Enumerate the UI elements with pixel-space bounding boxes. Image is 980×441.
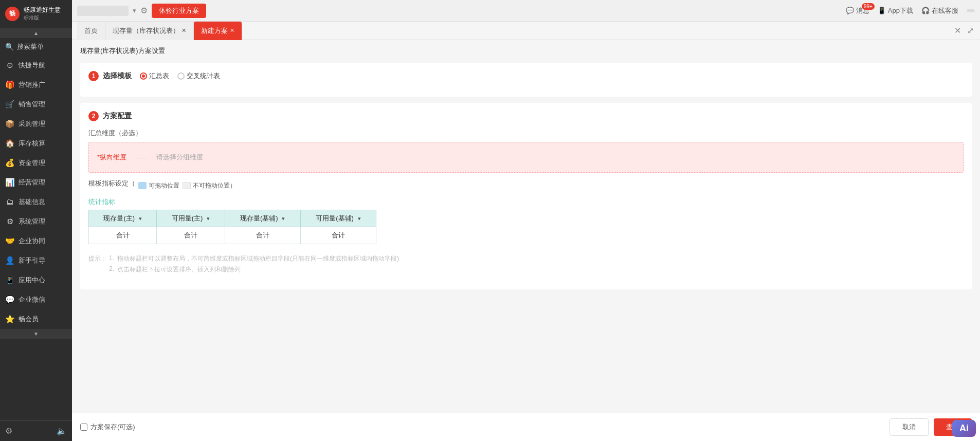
td-3: 合计 xyxy=(300,227,376,244)
vertical-dim-required: *纵向维度 xyxy=(97,153,126,162)
sidebar-footer: ⚙ 🔈 xyxy=(0,420,72,441)
topbar: ▾ ⚙ 体验行业方案 💬 消息 99+ 📱 App下载 🎧 在线客服 xyxy=(72,0,980,22)
sidebar-item-xitong[interactable]: ⚙ 系统管理 xyxy=(0,212,72,231)
yingxiao-icon: 🎁 xyxy=(5,80,14,89)
stats-table: 现存量(主) ▾ 可用量(主) ▾ 现存量(基辅) ▾ 可用量(基辅) xyxy=(88,210,376,244)
th-3-label: 可用量(基辅) xyxy=(316,214,354,222)
tab-new-scheme[interactable]: 新建方案 ✕ xyxy=(194,22,242,40)
sidebar-label-kucun: 库存核算 xyxy=(19,139,45,148)
tab-home[interactable]: 首页 xyxy=(77,22,105,40)
radio-cross-circle xyxy=(177,72,185,80)
sidebar-label-jingying: 经营管理 xyxy=(19,178,45,187)
vertical-dim-placeholder: 请选择分组维度 xyxy=(156,153,203,162)
th-0[interactable]: 现存量(主) ▾ xyxy=(89,210,157,227)
message-badge: 99+ xyxy=(862,3,875,10)
qiye-icon: 🤝 xyxy=(5,236,14,246)
xitong-icon: ⚙ xyxy=(5,217,14,226)
th-2[interactable]: 现存量(基辅) ▾ xyxy=(225,210,300,227)
sidebar-label-xiaoshou: 销售管理 xyxy=(19,100,45,109)
indicator-settings-row: 模板指标设定（ 可拖动位置 不可拖动位置） xyxy=(88,179,964,192)
sidebar-label-zijin: 资金管理 xyxy=(19,158,45,168)
tab-inventory[interactable]: 现存量（库存状况表） ✕ xyxy=(105,22,194,40)
th-1-arrow: ▾ xyxy=(207,215,210,222)
sidebar-item-weixin[interactable]: 💬 企业微信 xyxy=(0,290,72,309)
sidebar-item-zijin[interactable]: 💰 资金管理 xyxy=(0,153,72,173)
sidebar-item-huiyuan[interactable]: ⭐ 畅会员 xyxy=(0,309,72,329)
footer: 方案保存(可选) 取消 查询 xyxy=(72,413,980,441)
footer-audio-icon[interactable]: 🔈 xyxy=(57,426,67,436)
cancel-button[interactable]: 取消 xyxy=(890,418,929,436)
td-0: 合计 xyxy=(89,227,157,244)
sidebar-item-xinshou[interactable]: 👤 新手引导 xyxy=(0,251,72,270)
sidebar-scroll-down[interactable]: ▼ xyxy=(0,329,72,339)
breadcrumb-input[interactable] xyxy=(77,6,129,16)
kucun-icon: 🏠 xyxy=(5,139,14,148)
vertical-dim-area[interactable]: *纵向维度 —— 请选择分组维度 xyxy=(88,142,964,173)
sidebar-item-yingxiao[interactable]: 🎁 营销推广 xyxy=(0,75,72,95)
topbar-settings-icon[interactable]: ⚙ xyxy=(140,6,148,15)
radio-cross[interactable]: 交叉统计表 xyxy=(177,71,220,81)
sidebar-scroll-up[interactable]: ▲ xyxy=(0,28,72,38)
trial-button[interactable]: 体验行业方案 xyxy=(152,4,206,18)
service-button[interactable]: 🎧 在线客服 xyxy=(921,6,958,15)
table-row: 合计 合计 合计 合计 xyxy=(89,227,376,244)
tip-text-1: 点击标题栏下拉可设置排序、插入列和删除列 xyxy=(117,265,241,274)
sidebar-label-weixin: 企业微信 xyxy=(19,295,45,304)
td-2: 合计 xyxy=(225,227,300,244)
sidebar-item-jingying[interactable]: 📊 经营管理 xyxy=(0,173,72,192)
section1-num: 1 xyxy=(88,71,99,81)
sidebar-item-caigou[interactable]: 📦 采购管理 xyxy=(0,114,72,134)
footer-settings-icon[interactable]: ⚙ xyxy=(5,426,12,436)
section-config: 2 方案配置 汇总维度（必选） *纵向维度 —— 请选择分组维度 模板指标设定（… xyxy=(80,103,972,289)
td-1: 合计 xyxy=(157,227,225,244)
app-download-button[interactable]: 📱 App下载 xyxy=(878,6,913,15)
message-button[interactable]: 💬 消息 99+ xyxy=(846,6,869,15)
vertical-dim-dash: —— xyxy=(135,154,148,161)
sidebar-search[interactable]: 🔍 搜索菜单 xyxy=(0,38,72,56)
sidebar-item-yingyong[interactable]: 📱 应用中心 xyxy=(0,270,72,290)
sidebar-item-kucun[interactable]: 🏠 库存核算 xyxy=(0,134,72,153)
tips-section: 提示： 1. 拖动标题栏可以调整布局，不可跨维度或指标区域拖动栏目字段(只能在同… xyxy=(88,249,964,281)
th-1[interactable]: 可用量(主) ▾ xyxy=(157,210,225,227)
sidebar-label-xitong: 系统管理 xyxy=(19,217,45,226)
xiaoshou-icon: 🛒 xyxy=(5,100,14,109)
tab-new-scheme-close[interactable]: ✕ xyxy=(230,27,234,34)
legend-nodrag: 不可拖动位置） xyxy=(183,181,236,190)
sidebar: 畅 畅康通好生意 标准版 ▲ 🔍 搜索菜单 ⊙ 快捷导航 🎁 营销推广 🛒 销售… xyxy=(0,0,72,441)
legend-drag: 可拖动位置 xyxy=(138,181,179,190)
sidebar-item-kuaijie[interactable]: ⊙ 快捷导航 xyxy=(0,56,72,75)
th-3[interactable]: 可用量(基辅) ▾ xyxy=(300,210,376,227)
sidebar-item-qiye[interactable]: 🤝 企业协同 xyxy=(0,231,72,251)
yingyong-icon: 📱 xyxy=(5,275,14,285)
save-checkbox[interactable] xyxy=(80,424,87,431)
save-option[interactable]: 方案保存(可选) xyxy=(80,422,135,432)
sidebar-label-caigou: 采购管理 xyxy=(19,119,45,128)
sidebar-item-xiaoshou[interactable]: 🛒 销售管理 xyxy=(0,95,72,114)
logo-icon: 畅 xyxy=(5,7,20,21)
user-button[interactable] xyxy=(967,9,975,12)
ai-badge[interactable]: Ai xyxy=(952,420,976,437)
drag-legend-box xyxy=(138,182,147,189)
section1-header: 1 选择模板 汇总表 交叉统计表 xyxy=(88,71,964,81)
expand-tab-btn[interactable]: ⤢ xyxy=(965,25,976,36)
table-header-row: 现存量(主) ▾ 可用量(主) ▾ 现存量(基辅) ▾ 可用量(基辅) xyxy=(89,210,376,227)
app-label: App下载 xyxy=(888,6,913,15)
tip-text-0: 拖动标题栏可以调整布局，不可跨维度或指标区域拖动栏目字段(只能在同一维度或指标区… xyxy=(117,254,399,263)
radio-summary[interactable]: 汇总表 xyxy=(140,71,169,81)
zijin-icon: 💰 xyxy=(5,158,14,168)
radio-summary-label: 汇总表 xyxy=(149,71,169,81)
tab-inventory-close[interactable]: ✕ xyxy=(182,27,186,34)
search-icon: 🔍 xyxy=(5,43,14,51)
app-title: 畅康通好生意 xyxy=(24,6,61,14)
section-template: 1 选择模板 汇总表 交叉统计表 xyxy=(80,63,972,97)
tabbar-actions: ✕ ⤢ xyxy=(952,25,980,36)
th-2-label: 现存量(基辅) xyxy=(240,214,278,222)
jingying-icon: 📊 xyxy=(5,178,14,187)
th-0-label: 现存量(主) xyxy=(103,214,135,222)
close-tab-btn[interactable]: ✕ xyxy=(952,25,963,36)
dropdown-icon[interactable]: ▾ xyxy=(133,7,136,14)
th-1-label: 可用量(主) xyxy=(172,214,203,222)
sidebar-item-jichu[interactable]: 🗂 基础信息 xyxy=(0,192,72,212)
message-icon: 💬 xyxy=(846,7,854,14)
tip-row-1: 2. 点击标题栏下拉可设置排序、插入列和删除列 xyxy=(109,265,399,274)
